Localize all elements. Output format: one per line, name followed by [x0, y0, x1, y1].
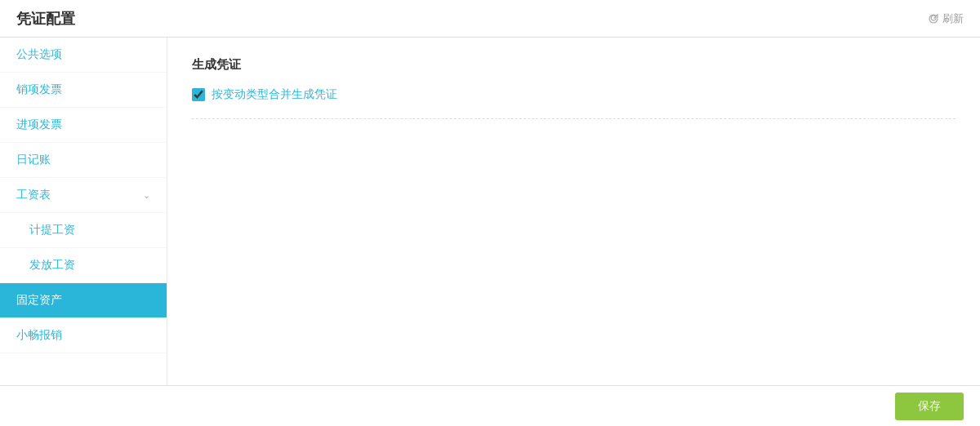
section-divider	[192, 118, 956, 119]
sidebar-item-label: 发放工资	[29, 258, 75, 273]
sidebar-item-payroll-release[interactable]: 发放工资	[0, 248, 167, 283]
sidebar: 公共选项 销项发票 进项发票 日记账 工资表 ⌄ 计提工资 发放工资 固定资	[0, 38, 167, 385]
sidebar-item-label: 固定资产	[16, 293, 62, 308]
sidebar-item-sales-invoice[interactable]: 销项发票	[0, 73, 167, 108]
sidebar-item-label: 工资表	[16, 188, 51, 202]
page-wrapper: 凭证配置 刷新 公共选项 销项发票 进项发票 日记账	[0, 0, 980, 426]
sidebar-item-label: 计提工资	[29, 223, 75, 237]
sidebar-item-payroll[interactable]: 工资表 ⌄	[0, 178, 167, 213]
sidebar-item-label: 销项发票	[16, 82, 62, 97]
page-title: 凭证配置	[16, 9, 75, 29]
refresh-button[interactable]: 刷新	[928, 11, 964, 26]
refresh-icon	[928, 13, 939, 24]
sidebar-item-payroll-accrual[interactable]: 计提工资	[0, 213, 167, 248]
refresh-label: 刷新	[942, 11, 964, 26]
sidebar-item-fixed-assets[interactable]: 固定资产	[0, 283, 167, 318]
body: 公共选项 销项发票 进项发票 日记账 工资表 ⌄ 计提工资 发放工资 固定资	[0, 38, 980, 385]
merge-by-type-checkbox[interactable]	[192, 88, 205, 101]
merge-by-type-label[interactable]: 按变动类型合并生成凭证	[212, 87, 337, 102]
sidebar-item-purchase-invoice[interactable]: 进项发票	[0, 108, 167, 143]
section-title: 生成凭证	[192, 57, 956, 73]
sidebar-item-journal[interactable]: 日记账	[0, 143, 167, 178]
sidebar-item-expense-claim[interactable]: 小畅报销	[0, 318, 167, 353]
main-content: 生成凭证 按变动类型合并生成凭证	[167, 38, 980, 385]
sidebar-item-label: 进项发票	[16, 118, 62, 132]
save-button[interactable]: 保存	[895, 393, 964, 420]
sidebar-item-label: 小畅报销	[16, 328, 62, 343]
chevron-down-icon: ⌄	[143, 190, 150, 201]
sidebar-item-public-options[interactable]: 公共选项	[0, 38, 167, 73]
generate-voucher-option: 按变动类型合并生成凭证	[192, 87, 956, 102]
sidebar-item-label: 公共选项	[16, 47, 62, 62]
sidebar-item-label: 日记账	[16, 153, 51, 167]
page-footer: 保存	[0, 385, 980, 426]
page-header: 凭证配置 刷新	[0, 0, 980, 38]
